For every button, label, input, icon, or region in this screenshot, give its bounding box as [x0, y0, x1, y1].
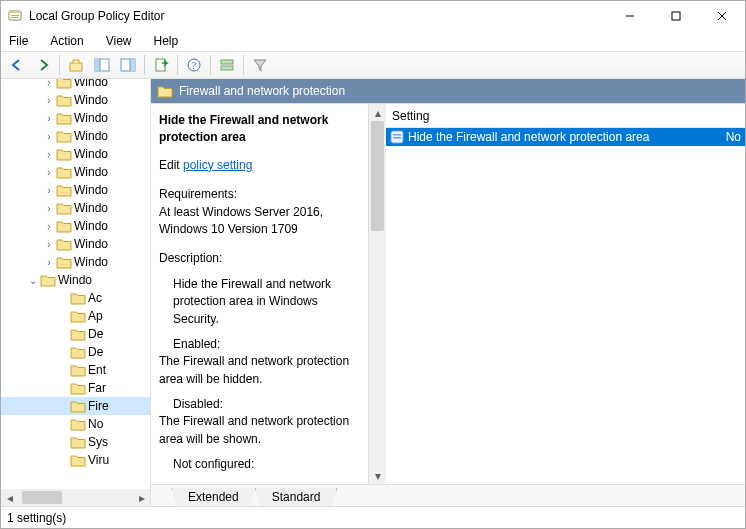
list-header: Setting — [386, 104, 745, 128]
tree-node-label: Windo — [74, 147, 108, 161]
tree-node[interactable]: ›Windo — [1, 109, 150, 127]
close-button[interactable] — [699, 1, 745, 31]
folder-icon — [70, 346, 86, 359]
disabled-text: The Firewall and network protection area… — [159, 413, 358, 448]
help-button[interactable]: ? — [182, 54, 206, 76]
app-window: Local Group Policy Editor File Action Vi… — [0, 0, 746, 529]
list-row[interactable]: Hide the Firewall and network protection… — [386, 128, 745, 146]
policy-tree[interactable]: ›Windo›Windo›Windo›Windo›Windo›Windo›Win… — [1, 79, 150, 469]
folder-icon — [56, 130, 72, 143]
scroll-left-icon[interactable]: ◂ — [1, 489, 18, 506]
status-text: 1 setting(s) — [7, 511, 66, 525]
statusbar: 1 setting(s) — [1, 506, 745, 528]
tree-node-label: Windo — [74, 79, 108, 89]
up-one-level-button[interactable] — [64, 54, 88, 76]
tree-node[interactable]: Ent — [1, 361, 150, 379]
extended-view: Hide the Firewall and network protection… — [151, 103, 745, 484]
menu-view[interactable]: View — [102, 33, 136, 49]
scroll-up-icon[interactable]: ▴ — [369, 104, 386, 121]
svg-rect-22 — [393, 137, 401, 139]
tree-node[interactable]: De — [1, 343, 150, 361]
expand-icon[interactable]: › — [42, 149, 56, 160]
requirements-label: Requirements: — [159, 186, 358, 203]
scroll-down-icon[interactable]: ▾ — [369, 467, 386, 484]
folder-icon — [56, 184, 72, 197]
tree-node-label: Sys — [88, 435, 108, 449]
tree-node[interactable]: ›Windo — [1, 127, 150, 145]
tree-node[interactable]: ›Windo — [1, 217, 150, 235]
tree-node[interactable]: Fire — [1, 397, 150, 415]
tree-node[interactable]: Far — [1, 379, 150, 397]
enabled-label: Enabled: — [173, 336, 358, 353]
detail-vertical-scrollbar[interactable]: ▴ ▾ — [369, 104, 386, 484]
tree-node[interactable]: De — [1, 325, 150, 343]
tree-node[interactable]: Ap — [1, 307, 150, 325]
expand-icon[interactable]: › — [42, 79, 56, 88]
export-list-button[interactable] — [149, 54, 173, 76]
filter-button[interactable] — [248, 54, 272, 76]
tree-node[interactable]: ›Windo — [1, 79, 150, 91]
svg-rect-10 — [95, 59, 100, 71]
expand-icon[interactable]: › — [42, 257, 56, 268]
scrollbar-thumb[interactable] — [371, 121, 384, 231]
expand-icon[interactable]: › — [42, 113, 56, 124]
maximize-button[interactable] — [653, 1, 699, 31]
expand-icon[interactable]: › — [42, 221, 56, 232]
tree-node[interactable]: ›Windo — [1, 253, 150, 271]
titlebar: Local Group Policy Editor — [1, 1, 745, 31]
svg-rect-21 — [393, 134, 401, 136]
tree-node-label: De — [88, 327, 103, 341]
list-row-label: Hide the Firewall and network protection… — [408, 130, 714, 144]
settings-list[interactable]: Hide the Firewall and network protection… — [386, 128, 745, 484]
folder-icon — [56, 256, 72, 269]
tree-node[interactable]: ›Windo — [1, 199, 150, 217]
forward-button[interactable] — [31, 54, 55, 76]
setting-icon — [390, 130, 404, 144]
tree-node-label: No — [88, 417, 103, 431]
tree-node[interactable]: ›Windo — [1, 91, 150, 109]
requirements-text: At least Windows Server 2016, Windows 10… — [159, 204, 358, 239]
tree-node-label: Ent — [88, 363, 106, 377]
pane-header-title: Firewall and network protection — [179, 84, 345, 98]
tree-node-label: Windo — [74, 201, 108, 215]
disabled-label: Disabled: — [173, 396, 358, 413]
minimize-button[interactable] — [607, 1, 653, 31]
tree-node[interactable]: ›Windo — [1, 145, 150, 163]
all-settings-button[interactable] — [215, 54, 239, 76]
expand-icon[interactable]: › — [42, 131, 56, 142]
tree-node-label: Windo — [58, 273, 92, 287]
show-hide-action-pane-button[interactable] — [116, 54, 140, 76]
expand-icon[interactable]: › — [42, 239, 56, 250]
column-setting[interactable]: Setting — [386, 109, 745, 123]
edit-policy-link[interactable]: policy setting — [183, 158, 252, 172]
expand-icon[interactable]: › — [42, 95, 56, 106]
show-hide-console-tree-button[interactable] — [90, 54, 114, 76]
policy-title: Hide the Firewall and network protection… — [159, 112, 358, 147]
menu-action[interactable]: Action — [46, 33, 87, 49]
collapse-icon[interactable]: ⌄ — [26, 275, 40, 286]
back-button[interactable] — [5, 54, 29, 76]
tree-node[interactable]: ›Windo — [1, 163, 150, 181]
svg-rect-15 — [156, 59, 165, 71]
expand-icon[interactable]: › — [42, 167, 56, 178]
list-row-state: No — [718, 130, 741, 144]
detail-pane: Hide the Firewall and network protection… — [151, 104, 369, 484]
tree-node[interactable]: Viru — [1, 451, 150, 469]
folder-icon — [56, 220, 72, 233]
tree-horizontal-scrollbar[interactable]: ◂ ▸ — [1, 489, 150, 506]
tab-extended[interactable]: Extended — [171, 488, 256, 506]
tree-node[interactable]: Sys — [1, 433, 150, 451]
tree-node[interactable]: ›Windo — [1, 181, 150, 199]
tree-node[interactable]: No — [1, 415, 150, 433]
expand-icon[interactable]: › — [42, 185, 56, 196]
menu-help[interactable]: Help — [150, 33, 183, 49]
enabled-text: The Firewall and network protection area… — [159, 353, 358, 388]
tree-node[interactable]: ⌄Windo — [1, 271, 150, 289]
tree-node[interactable]: ›Windo — [1, 235, 150, 253]
expand-icon[interactable]: › — [42, 203, 56, 214]
scroll-right-icon[interactable]: ▸ — [133, 489, 150, 506]
menu-file[interactable]: File — [5, 33, 32, 49]
tree-node[interactable]: Ac — [1, 289, 150, 307]
tab-standard[interactable]: Standard — [255, 488, 338, 506]
scrollbar-thumb[interactable] — [22, 491, 62, 504]
